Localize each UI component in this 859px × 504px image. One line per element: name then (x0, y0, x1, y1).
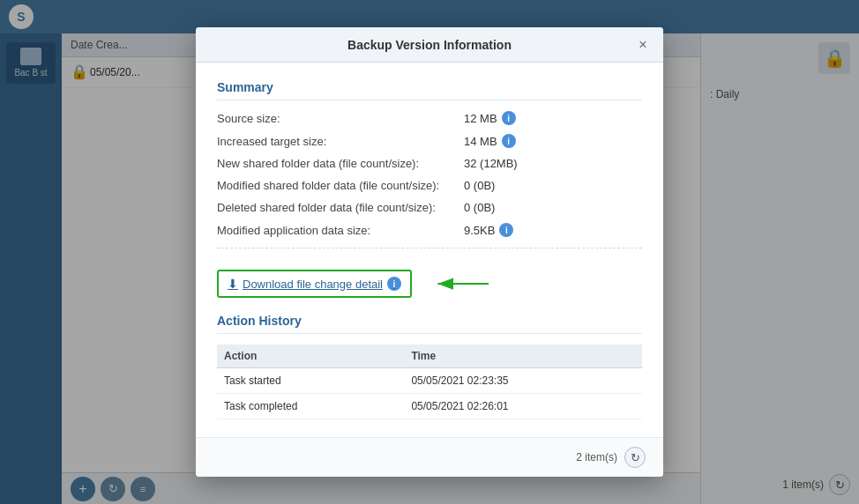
time-cell-1: 05/05/2021 02:23:35 (404, 368, 642, 394)
info-row-deleted-shared: Deleted shared folder data (file count/s… (217, 201, 642, 214)
modal-title: Backup Version Information (347, 38, 512, 52)
modal-dialog: Backup Version Information × Summary Sou… (196, 27, 663, 477)
info-row-new-shared: New shared folder data (file count/size)… (217, 157, 642, 170)
modified-app-value: 9.5KB i (464, 223, 513, 237)
source-size-value: 12 MB i (464, 111, 516, 125)
action-column-header: Action (217, 345, 404, 368)
action-table: Action Time Task started 05/05/2021 02:2… (217, 345, 642, 419)
download-icon: ⬇ (228, 277, 238, 291)
target-size-value: 14 MB i (464, 134, 516, 148)
action-cell-1: Task started (217, 368, 404, 394)
modal-close-button[interactable]: × (633, 35, 653, 55)
modal-titlebar: Backup Version Information × (196, 27, 663, 63)
download-info-icon[interactable]: i (387, 277, 401, 291)
action-row-1: Task started 05/05/2021 02:23:35 (217, 368, 642, 394)
modified-app-label: Modified application data size: (217, 224, 464, 237)
modal-footer: 2 item(s) ↻ (196, 437, 663, 477)
info-row-modified-shared: Modified shared folder data (file count/… (217, 179, 642, 192)
modified-shared-value: 0 (0B) (464, 179, 495, 192)
modified-shared-label: Modified shared folder data (file count/… (217, 179, 464, 192)
modal-refresh-button[interactable]: ↻ (624, 447, 646, 468)
divider (217, 248, 642, 248)
modal-overlay: Backup Version Information × Summary Sou… (0, 0, 859, 504)
summary-section-title: Summary (217, 80, 642, 100)
deleted-shared-label: Deleted shared folder data (file count/s… (217, 201, 464, 214)
info-row-source-size: Source size: 12 MB i (217, 111, 642, 125)
source-size-info-icon[interactable]: i (502, 111, 516, 125)
download-link-container: ⬇ Download file change detail i (217, 270, 412, 298)
time-cell-2: 05/05/2021 02:26:01 (404, 394, 642, 419)
target-size-label: Increased target size: (217, 135, 464, 148)
download-link[interactable]: ⬇ Download file change detail i (217, 270, 412, 298)
download-row: ⬇ Download file change detail i (217, 259, 642, 308)
target-size-info-icon[interactable]: i (502, 134, 516, 148)
time-column-header: Time (404, 345, 642, 368)
action-row-2: Task completed 05/05/2021 02:26:01 (217, 394, 642, 419)
action-history-title: Action History (217, 314, 642, 334)
new-shared-label: New shared folder data (file count/size)… (217, 157, 464, 170)
info-row-target-size: Increased target size: 14 MB i (217, 134, 642, 148)
action-table-header-row: Action Time (217, 345, 642, 368)
action-cell-2: Task completed (217, 394, 404, 419)
footer-count: 2 item(s) (576, 451, 617, 463)
deleted-shared-value: 0 (0B) (464, 201, 495, 214)
action-history-section: Action History Action Time Task started … (217, 314, 642, 419)
info-row-modified-app: Modified application data size: 9.5KB i (217, 223, 642, 237)
modal-body: Summary Source size: 12 MB i Increased t… (196, 63, 663, 437)
modified-app-info-icon[interactable]: i (499, 223, 513, 237)
green-arrow-indicator (426, 271, 497, 297)
new-shared-value: 32 (12MB) (464, 157, 518, 170)
download-link-text: Download file change detail (243, 278, 383, 291)
source-size-label: Source size: (217, 112, 464, 125)
